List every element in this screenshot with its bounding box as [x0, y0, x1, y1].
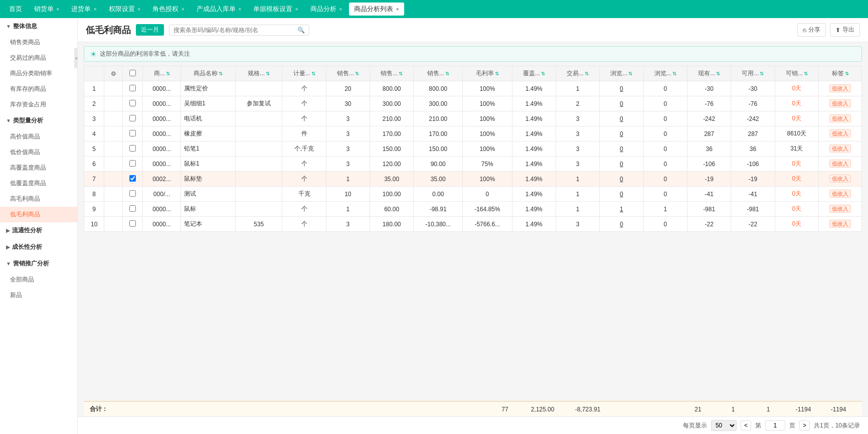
- cell-view1-6[interactable]: 0: [600, 172, 643, 187]
- row-checkbox-6[interactable]: [129, 175, 136, 182]
- th-unit[interactable]: 计量...⇅: [282, 66, 326, 81]
- row-checkbox-5[interactable]: [129, 160, 136, 167]
- sidebar-item-high-value[interactable]: 高价值商品: [0, 129, 77, 144]
- sidebar-group-type-label: 类型量分析: [13, 116, 43, 125]
- nav-purchase[interactable]: 进货单 ×: [66, 3, 101, 16]
- cell-num-3: 4: [84, 126, 104, 141]
- search-icon[interactable]: 🔍: [297, 27, 305, 34]
- sidebar-item-high-profit[interactable]: 高毛利商品: [0, 191, 77, 207]
- cell-coverage-5: 1.49%: [512, 157, 556, 172]
- cell-tag-6: 低收入: [819, 172, 862, 187]
- th-settings[interactable]: ⚙: [104, 66, 123, 81]
- sidebar-group-type[interactable]: ▼ 类型量分析: [0, 112, 77, 129]
- row-checkbox-8[interactable]: [129, 205, 136, 212]
- cell-checkbox-8[interactable]: [123, 202, 143, 217]
- cell-coverage-9: 1.49%: [512, 217, 556, 232]
- cell-view1-7[interactable]: 0: [600, 187, 643, 202]
- nav-product-analysis-list[interactable]: 商品分析列表 ×: [349, 3, 404, 16]
- cell-checkbox-2[interactable]: [123, 111, 143, 126]
- cell-saleable-6: 0天: [775, 172, 818, 187]
- th-name[interactable]: 商品名称⇅: [181, 66, 236, 81]
- sidebar-item-low-coverage[interactable]: 低覆盖度商品: [0, 176, 77, 191]
- sidebar-item-stock-capital[interactable]: 库存资金占用: [0, 97, 77, 112]
- nav-role[interactable]: 角色授权 ×: [147, 3, 189, 16]
- cell-num-2: 3: [84, 111, 104, 126]
- th-view1[interactable]: 浏览...⇅: [600, 66, 643, 81]
- th-tag[interactable]: 标签⇅: [819, 66, 862, 81]
- sidebar-item-high-coverage[interactable]: 高覆盖度商品: [0, 160, 77, 176]
- sidebar-group-marketing[interactable]: ▼ 营销推广分析: [0, 255, 77, 272]
- nav-close-sales[interactable]: ×: [55, 6, 59, 12]
- sidebar-item-category-rate[interactable]: 商品分类助销率: [0, 66, 77, 81]
- sidebar-group-overall[interactable]: ▼ 整体信息: [0, 18, 77, 35]
- sidebar-item-low-profit[interactable]: 低毛利商品: [0, 207, 77, 222]
- arrow-icon-4: ▶: [6, 244, 10, 250]
- cell-view1-9[interactable]: 0: [600, 217, 643, 232]
- th-code[interactable]: 商...⇅: [142, 66, 181, 81]
- cell-checkbox-3[interactable]: [123, 126, 143, 141]
- sidebar-group-circulation[interactable]: ▶ 流通性分析: [0, 222, 77, 239]
- cell-view1-2[interactable]: 0: [600, 111, 643, 126]
- cell-view1-8[interactable]: 1: [600, 202, 643, 217]
- cell-checkbox-9[interactable]: [123, 217, 143, 232]
- nav-home[interactable]: 首页: [4, 3, 27, 16]
- th-sales-price[interactable]: 销售...⇅: [370, 66, 414, 81]
- search-input[interactable]: [173, 27, 297, 34]
- th-view2[interactable]: 浏览...⇅: [643, 66, 687, 81]
- cell-checkbox-7[interactable]: [123, 187, 143, 202]
- th-transaction[interactable]: 交易...⇅: [556, 66, 599, 81]
- sidebar-collapse-btn[interactable]: <<: [74, 48, 78, 68]
- nav-sales[interactable]: 销货单 ×: [29, 3, 64, 16]
- nav-product-analysis[interactable]: 商品分析 ×: [305, 3, 347, 16]
- prev-page-btn[interactable]: <: [741, 420, 751, 430]
- select-all-checkbox[interactable]: [129, 70, 136, 76]
- th-gross-margin[interactable]: 毛利率⇅: [462, 66, 512, 81]
- th-sales-qty[interactable]: 销售...⇅: [326, 66, 370, 81]
- cell-view1-3[interactable]: 0: [600, 126, 643, 141]
- cell-view1-5[interactable]: 0: [600, 157, 643, 172]
- cell-checkbox-4[interactable]: [123, 141, 143, 157]
- th-coverage[interactable]: 覆盖...⇅: [512, 66, 556, 81]
- cell-price-5: 120.00: [370, 157, 414, 172]
- date-filter-btn[interactable]: 近一月: [136, 24, 164, 36]
- th-current-stock[interactable]: 现有...⇅: [687, 66, 731, 81]
- row-checkbox-7[interactable]: [129, 190, 136, 197]
- cell-checkbox-0[interactable]: [123, 81, 143, 96]
- th-available[interactable]: 可用...⇅: [731, 66, 775, 81]
- sidebar-group-growth[interactable]: ▶ 成长性分析: [0, 239, 77, 255]
- sidebar-item-sales-goods[interactable]: 销售类商品: [0, 35, 77, 50]
- row-checkbox-0[interactable]: [129, 85, 136, 91]
- sidebar-item-stock-goods[interactable]: 有库存的商品: [0, 81, 77, 97]
- cell-checkbox-6[interactable]: [123, 172, 143, 187]
- sidebar-item-low-value[interactable]: 低价值商品: [0, 144, 77, 160]
- cell-stock-6: -19: [687, 172, 731, 187]
- cell-checkbox-1[interactable]: [123, 96, 143, 111]
- row-checkbox-4[interactable]: [129, 145, 136, 152]
- nav-template[interactable]: 单据模板设置 ×: [248, 3, 303, 16]
- cell-view1-1[interactable]: 0: [600, 96, 643, 111]
- sidebar-item-all-goods[interactable]: 全部商品: [0, 272, 77, 287]
- cell-margin-9: -5766.6...: [462, 217, 512, 232]
- row-checkbox-3[interactable]: [129, 130, 136, 136]
- sidebar-item-new-goods[interactable]: 新品: [0, 287, 77, 303]
- row-checkbox-2[interactable]: [129, 115, 136, 121]
- th-saleable[interactable]: 可销...⇅: [775, 66, 818, 81]
- next-page-btn[interactable]: >: [799, 420, 810, 430]
- sidebar-item-traded-goods[interactable]: 交易过的商品: [0, 50, 77, 66]
- share-button[interactable]: ⎋ 分享: [797, 23, 826, 37]
- export-button[interactable]: ⬆ 导出: [830, 23, 860, 37]
- th-spec[interactable]: 规格...⇅: [235, 66, 282, 81]
- cell-checkbox-5[interactable]: [123, 157, 143, 172]
- table-container[interactable]: ⚙ 商...⇅ 商品名称⇅ 规格...⇅ 计量...⇅ 销售...⇅ 销售...…: [84, 66, 862, 401]
- page-input[interactable]: [765, 420, 785, 430]
- nav-product-entry[interactable]: 产成品入库单 ×: [192, 3, 246, 16]
- cell-view1-4[interactable]: 0: [600, 141, 643, 157]
- row-checkbox-1[interactable]: [129, 100, 136, 106]
- th-checkbox[interactable]: [123, 66, 143, 81]
- row-checkbox-9[interactable]: [129, 220, 136, 227]
- cell-qty-7: 10: [326, 187, 370, 202]
- cell-view1-0[interactable]: 0: [600, 81, 643, 96]
- th-sales-profit[interactable]: 销售...⇅: [414, 66, 463, 81]
- per-page-select[interactable]: 50 100 200: [711, 420, 737, 431]
- nav-permission[interactable]: 权限设置 ×: [104, 3, 145, 16]
